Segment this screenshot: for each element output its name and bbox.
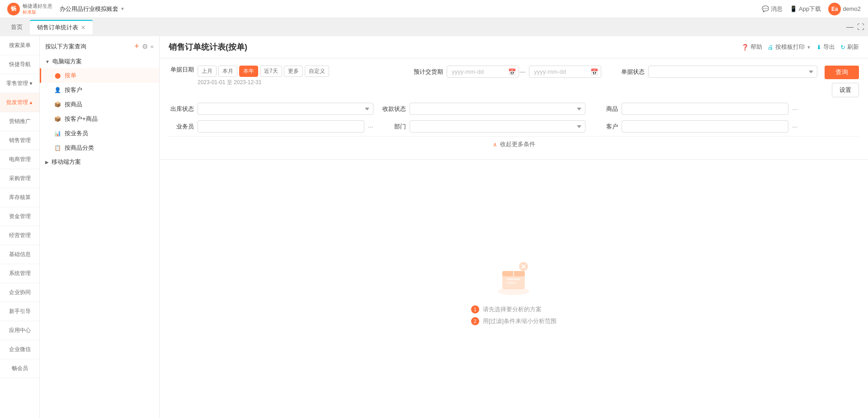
sidebar-item-ecommerce[interactable]: 电商管理 [0,150,39,169]
scheme-settings-button[interactable]: ⚙ [142,43,148,51]
date-btn-custom[interactable]: 自定义 [305,66,329,77]
goods-label: 商品 [593,105,618,113]
scheme-item-by-category-icon: 📋 [54,144,61,152]
expected-date-start-wrapper: 📅 [447,66,516,78]
tab-minimize-icon[interactable]: — [846,23,854,31]
sidebar-item-quicknav[interactable]: 快捷导航 [0,55,39,74]
expected-date-end-input[interactable] [529,66,601,78]
sidebar-system-label: 系统管理 [4,270,36,277]
date-btn-more[interactable]: 更多 [284,66,303,77]
sidebar-item-wechat[interactable]: 企业微信 [0,340,39,359]
sidebar-appcenter-label: 应用中心 [4,327,36,334]
payment-status-select[interactable] [410,103,585,115]
empty-state: 1 请先选择要分析的方案 2 用[过滤]条件来缩小分析范围 [471,253,557,325]
customer-input[interactable] [622,120,788,133]
payment-status-label: 收款状态 [381,105,406,113]
download-action[interactable]: 📱 App下载 [790,5,821,13]
scheme-item-by-order[interactable]: ⬤ 按单 [40,68,159,83]
sidebar-quicknav-label: 快捷导航 [4,61,36,68]
customer-more-icon[interactable]: ··· [792,123,797,130]
user-profile[interactable]: Ea demo2 [828,3,861,15]
salesperson-more-icon[interactable]: ··· [368,123,373,130]
logo-area: 畅 畅捷通好生意 标准版 [7,3,52,15]
goods-more-icon[interactable]: ··· [792,105,797,113]
tab-bar: 首页 销售订单统计表 ✕ — ⛶ [0,18,868,36]
scheme-item-by-customer-goods[interactable]: 📦 按客户+商品 [40,112,159,126]
sidebar-item-system[interactable]: 系统管理 [0,264,39,283]
sidebar-item-purchase[interactable]: 采购管理 [0,169,39,188]
refresh-action[interactable]: ↻ 刷新 [840,43,859,51]
collapse-label: 收起更多条件 [500,140,535,148]
scheme-group-mobile-arrow: ▶ [45,160,49,165]
workspace-dropdown-arrow: ▼ [120,6,125,11]
scheme-group-desktop-label: 电脑端方案 [52,57,82,66]
tab-home-label: 首页 [11,23,23,31]
tab-home[interactable]: 首页 [4,20,30,34]
scheme-item-by-order-label: 按单 [65,71,76,80]
out-status-select[interactable] [198,103,373,115]
print-dropdown-arrow: ▼ [807,45,811,50]
help-label: 帮助 [750,43,762,51]
sidebar-item-inventory[interactable]: 库存核算 [0,188,39,207]
empty-hint-1: 1 请先选择要分析的方案 [471,305,557,314]
top-bar: 畅 畅捷通好生意 标准版 办公用品行业模拟账套 ▼ 💬 消息 📱 App下载 E… [0,0,868,18]
scheme-group-desktop-header[interactable]: ▼ 电脑端方案 [40,55,159,68]
help-action[interactable]: ❓ 帮助 [741,43,762,51]
sidebar-item-search[interactable]: 搜索菜单 [0,36,39,55]
sidebar-item-appcenter[interactable]: 应用中心 [0,321,39,340]
sidebar-item-retail[interactable]: 零售管理 ▼ [0,74,39,93]
workspace-selector[interactable]: 办公用品行业模拟账套 ▼ [56,3,128,15]
sidebar-item-marketing[interactable]: 营销推广 [0,112,39,131]
date-btn-this-year[interactable]: 本年 [239,66,258,77]
sidebar-sales-label: 销售管理 [4,137,36,144]
scheme-item-by-salesperson[interactable]: 📊 按业务员 [40,126,159,141]
scheme-panel-actions: + ⚙ « [134,42,154,51]
sidebar-ecommerce-label: 电商管理 [4,156,36,163]
main-layout: 搜索菜单 快捷导航 零售管理 ▼ 批发管理 ▲ 营销推广 销售管理 电商管理 采… [0,36,868,418]
sidebar-item-basic[interactable]: 基础信息 [0,245,39,264]
expected-date-start-input[interactable] [447,66,519,78]
sidebar-item-enterprise[interactable]: 企业协同 [0,283,39,302]
page-title: 销售订单统计表(按单) [169,42,247,52]
sidebar-item-member[interactable]: 畅会员 [0,359,39,378]
scheme-add-button[interactable]: + [134,42,139,51]
scheme-group-mobile-header[interactable]: ▶ 移动端方案 [40,155,159,169]
scheme-item-by-customer[interactable]: 👤 按客户 [40,83,159,97]
message-action[interactable]: 💬 消息 [762,5,783,13]
department-select[interactable] [410,120,585,133]
date-range-text: 2023-01-01 至 2023-12-31 [198,79,329,86]
filter-area: 单据日期 上月 本月 本年 近7天 更多 自定义 2023-01-01 至 20… [160,58,868,160]
status-filter-label: 单据状态 [619,68,645,76]
tab-maximize-icon[interactable]: ⛶ [857,23,864,31]
status-select[interactable] [648,66,817,78]
sidebar-retail-label: 零售管理 [6,80,28,87]
sidebar-marketing-label: 营销推广 [4,118,36,125]
scheme-item-by-order-icon: ⬤ [54,72,61,79]
empty-hints: 1 请先选择要分析的方案 2 用[过滤]条件来缩小分析范围 [471,305,557,325]
date-btn-last-month[interactable]: 上月 [198,66,217,77]
scheme-item-by-customer-label: 按客户 [65,86,82,94]
tab-bar-actions: — ⛶ [846,23,864,31]
sidebar-item-finance[interactable]: 资金管理 [0,207,39,226]
sidebar-wholesale-arrow: ▲ [29,100,33,105]
scheme-item-by-goods[interactable]: 📦 按商品 [40,97,159,112]
export-action[interactable]: ⬇ 导出 [816,43,835,51]
sidebar-item-guide[interactable]: 新手引导 [0,302,39,321]
date-btn-this-month[interactable]: 本月 [218,66,237,77]
print-action[interactable]: 🖨 按模板打印 ▼ [768,43,811,51]
salesperson-input[interactable] [198,120,364,133]
date-btn-last7[interactable]: 近7天 [260,66,282,77]
tab-close-icon[interactable]: ✕ [81,24,85,31]
sidebar-item-wholesale[interactable]: 批发管理 ▲ [0,93,39,112]
sidebar-item-sales[interactable]: 销售管理 [0,131,39,150]
goods-input[interactable] [622,103,788,115]
scheme-item-by-customer-icon: 👤 [54,86,61,94]
main-content: 销售订单统计表(按单) ❓ 帮助 🖨 按模板打印 ▼ ⬇ 导出 [160,36,868,418]
collapse-button[interactable]: ∧ 收起更多条件 [169,136,859,152]
settings-button[interactable]: 设置 [832,83,859,97]
scheme-item-by-category[interactable]: 📋 按商品分类 [40,141,159,155]
tab-sales-order[interactable]: 销售订单统计表 ✕ [30,20,93,34]
search-button[interactable]: 查询 [825,66,859,79]
scheme-collapse-button[interactable]: « [151,43,154,50]
sidebar-item-operations[interactable]: 经营管理 [0,226,39,245]
